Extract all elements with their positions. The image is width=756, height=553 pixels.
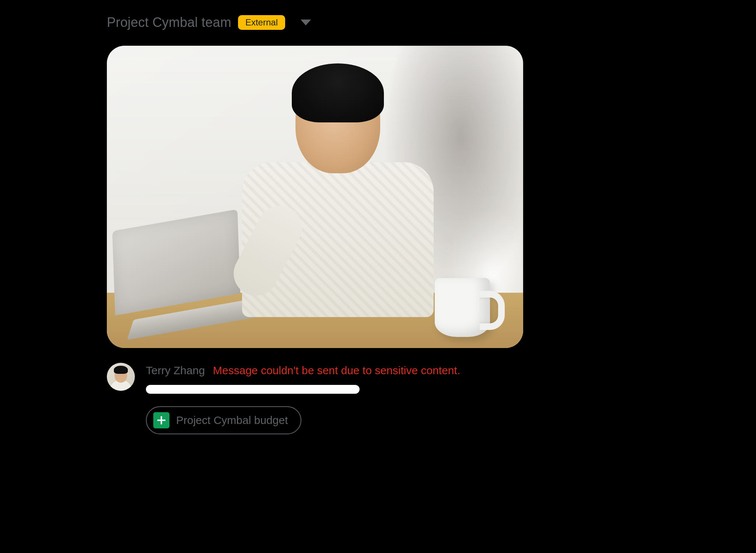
dlp-error-text: Message couldn't be sent due to sensitiv… (213, 364, 460, 377)
sender-name[interactable]: Terry Zhang (146, 364, 205, 377)
chevron-down-icon[interactable] (301, 20, 311, 25)
room-title[interactable]: Project Cymbal team (107, 15, 231, 30)
external-badge: External (238, 15, 285, 30)
chat-message: Terry Zhang Message couldn't be sent due… (107, 363, 549, 434)
attachment-label: Project Cymbal budget (176, 414, 288, 427)
hero-photo (107, 46, 523, 348)
chat-room-header: Project Cymbal team External (107, 15, 549, 30)
avatar[interactable] (107, 363, 135, 391)
redacted-message-bar (146, 385, 360, 394)
google-sheets-icon (153, 412, 169, 428)
attachment-chip[interactable]: Project Cymbal budget (146, 406, 301, 434)
